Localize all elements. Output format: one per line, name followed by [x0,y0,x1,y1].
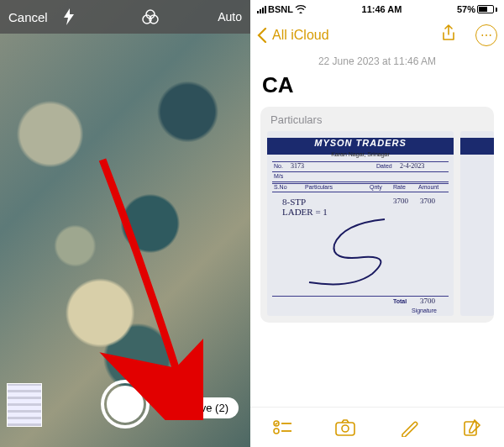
receipt-total-label: Total [393,298,407,304]
scanned-page-1[interactable]: MYSON TRADERS Karan Nagar, Srinagar No. … [267,131,454,316]
notes-app: BSNL 11:46 AM 57% All iCloud 22 June 202… [250,0,504,447]
save-scan-button[interactable]: Save (2) [177,397,239,418]
battery-icon [477,5,497,13]
battery-percent: 57% [457,4,475,14]
receipt-address: Karan Nagar, Srinagar [267,151,454,157]
col-sno: S.No [274,184,287,190]
scan-top-bar: Cancel Auto [0,0,250,34]
status-bar: BSNL 11:46 AM 57% [250,0,504,18]
share-button[interactable] [440,24,457,46]
receipt-no-label: No. [274,163,283,169]
note-date: 22 June 2023 at 11:46 AM [250,55,504,67]
status-time: 11:46 AM [307,4,457,14]
receipt-total-value: 3700 [420,297,435,305]
scan-card-label: Particulars [267,113,494,131]
carrier-label: BSNL [268,4,293,14]
svg-point-5 [274,429,279,434]
cancel-button[interactable]: Cancel [8,10,48,24]
scan-mode-label[interactable]: Auto [218,10,242,24]
col-qty: Qnty [370,184,382,190]
back-chevron-icon[interactable] [257,28,267,43]
receipt-dated-label: Dated [376,163,392,169]
col-rate: Rate [393,184,406,190]
receipt-ms-label: M/s [274,173,283,179]
filter-icon[interactable] [136,8,165,25]
receipt-amt1: 3700 [420,197,435,205]
col-amount: Amount [418,184,438,190]
scanned-page-2[interactable] [460,131,494,316]
shutter-button[interactable] [101,380,150,429]
receipt-signature-label: Signature [412,308,437,313]
shutter-inner [107,386,144,423]
wifi-icon [295,5,307,13]
markup-button[interactable] [392,411,426,444]
receipt-dated-value: 2-4-2023 [400,162,424,170]
svg-point-8 [342,425,349,432]
back-button[interactable]: All iCloud [272,28,329,43]
note-title[interactable]: CA [250,67,504,107]
checklist-button[interactable] [265,411,299,444]
annotation-arrow [94,151,203,420]
compose-button[interactable] [455,411,489,444]
signal-icon [257,5,266,13]
scan-camera-view: Cancel Auto Save (2) [0,0,250,447]
receipt-line1: 8-STP [282,197,306,207]
notes-toolbar [250,407,504,447]
scan-thumbnail[interactable] [7,383,42,427]
notes-navbar: All iCloud [250,18,504,52]
receipt-no-value: 3173 [291,162,304,170]
flash-icon[interactable] [55,8,83,25]
col-particulars: Particulars [305,184,333,190]
receipt-vendor: MYSON TRADERS [267,138,454,148]
more-button[interactable] [475,24,497,46]
camera-button[interactable] [328,411,362,444]
receipt-scribble [292,215,410,291]
scanned-documents-card[interactable]: Particulars MYSON TRADERS Karan Nagar, S… [260,107,494,323]
receipt-rate1: 3700 [393,197,408,205]
